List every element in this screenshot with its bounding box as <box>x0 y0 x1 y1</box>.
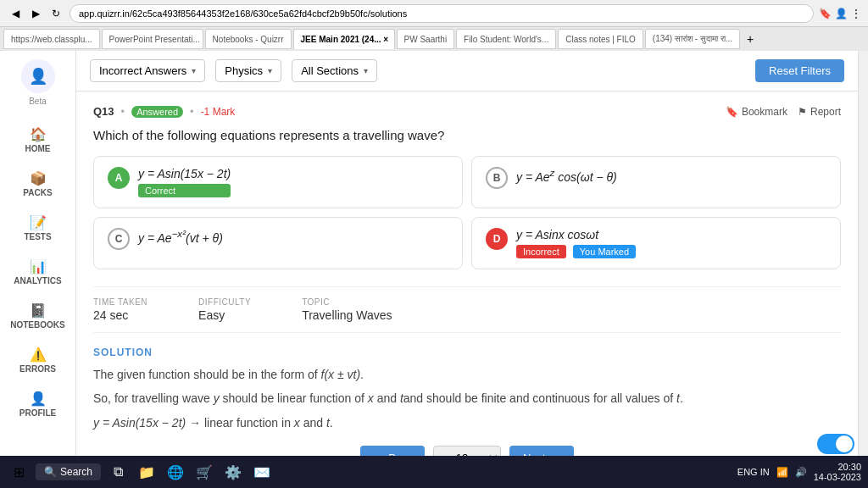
question-number: Q13 <box>93 105 114 118</box>
store-icon[interactable]: 🛒 <box>192 460 216 484</box>
sidebar-label-errors: ERRORS <box>19 364 56 374</box>
tab-6[interactable]: Class notes | FILO <box>558 29 643 49</box>
scrollbar[interactable] <box>858 51 868 488</box>
tab-0[interactable]: https://web.classplu... <box>3 29 100 49</box>
option-b-letter: B <box>486 167 508 189</box>
tab-2[interactable]: Notebooks - Quizrr <box>205 29 292 49</box>
option-c-letter: C <box>108 228 130 250</box>
taskbar-right: ENG IN 📶 🔊 20:30 14-03-2023 <box>737 462 861 482</box>
filter-bar: Incorrect Answers ▾ Physics ▾ All Sectio… <box>76 51 858 92</box>
time-value: 24 sec <box>93 308 147 322</box>
dot-separator-2: • <box>190 105 194 118</box>
errors-icon: ⚠️ <box>30 347 47 363</box>
search-icon: 🔍 <box>44 466 57 478</box>
beta-label: Beta <box>29 97 47 106</box>
volume-icon: 🔊 <box>795 467 807 478</box>
filter-incorrect-answers[interactable]: Incorrect Answers ▾ <box>90 59 205 82</box>
tests-icon: 📝 <box>30 214 47 230</box>
option-a-formula: y = Asin(15x − 2t) <box>138 167 231 180</box>
report-icon: ⚑ <box>798 106 807 118</box>
analytics-icon: 📊 <box>30 258 47 274</box>
mail-icon[interactable]: ✉️ <box>250 460 274 484</box>
sidebar-item-home[interactable]: 🏠 HOME <box>4 119 72 160</box>
solution-line2: So, for travelling wave y should be line… <box>93 389 841 408</box>
options-grid: A y = Asin(15x − 2t) Correct B y = Aez c… <box>93 156 841 269</box>
notebooks-icon: 📓 <box>30 302 47 319</box>
option-a[interactable]: A y = Asin(15x − 2t) Correct <box>93 156 463 208</box>
sidebar-item-tests[interactable]: 📝 TESTS <box>4 208 72 248</box>
option-a-content: y = Asin(15x − 2t) Correct <box>138 167 231 197</box>
new-tab-button[interactable]: + <box>742 30 759 47</box>
bookmark-button[interactable]: 🔖 Bookmark <box>726 106 787 118</box>
time-display: 20:30 <box>814 462 861 472</box>
lang-label: ENG IN <box>737 467 770 477</box>
sidebar-item-analytics[interactable]: 📊 ANALYTICS <box>4 252 72 292</box>
filter-physics[interactable]: Physics ▾ <box>215 59 281 82</box>
reset-filters-button[interactable]: Reset Filters <box>755 59 844 82</box>
chevron-down-icon-1: ▾ <box>192 66 196 75</box>
tab-1[interactable]: PowerPoint Presentati... <box>102 29 203 49</box>
mark-badge: -1 Mark <box>201 106 236 118</box>
option-a-letter: A <box>108 167 130 189</box>
sidebar-label-packs: PACKS <box>23 188 52 197</box>
topic-label: TOPIC <box>302 297 392 307</box>
bookmark-icon: 🔖 <box>726 106 738 118</box>
question-actions: 🔖 Bookmark ⚑ Report <box>726 106 841 118</box>
sidebar-item-errors[interactable]: ⚠️ ERRORS <box>4 340 72 380</box>
report-button[interactable]: ⚑ Report <box>798 106 841 118</box>
tab-3[interactable]: JEE Main 2021 (24... × <box>293 29 395 49</box>
home-icon: 🏠 <box>30 126 47 142</box>
tab-7[interactable]: (134) सारांश - सुदामा रा... <box>645 29 740 49</box>
option-c-formula: y = Ae−x²(vt + θ) <box>138 228 223 245</box>
sidebar: 👤 Beta 🏠 HOME 📦 PACKS 📝 TESTS 📊 ANALYTIC… <box>0 51 76 488</box>
sidebar-item-profile[interactable]: 👤 PROFILE <box>4 384 72 424</box>
stat-difficulty: DIFFICULTY Easy <box>198 297 251 322</box>
tab-4[interactable]: PW Saarthi <box>397 29 455 49</box>
tab-5[interactable]: Filo Student: World's... <box>456 29 556 49</box>
taskview-icon[interactable]: ⧉ <box>106 460 130 484</box>
url-text: app.quizrr.in/62c5ca493f85644353f2e168/6… <box>79 8 407 19</box>
difficulty-label: DIFFICULTY <box>198 297 251 307</box>
sidebar-item-packs[interactable]: 📦 PACKS <box>4 164 72 204</box>
extensions-icon: 🔖 <box>819 8 832 19</box>
option-b[interactable]: B y = Aez cos(ωt − θ) <box>471 156 841 208</box>
option-d-content: y = Asinx cosωt Incorrect You Marked <box>516 228 636 258</box>
option-c-content: y = Ae−x²(vt + θ) <box>138 228 223 245</box>
sidebar-item-notebooks[interactable]: 📓 NOTEBOOKS <box>4 296 72 336</box>
stat-time: TIME TAKEN 24 sec <box>93 297 147 322</box>
option-c[interactable]: C y = Ae−x²(vt + θ) <box>93 217 463 269</box>
back-button[interactable]: ◀ <box>7 5 24 22</box>
address-bar[interactable]: app.quizrr.in/62c5ca493f85644353f2e168/6… <box>70 4 814 23</box>
search-label: Search <box>60 466 92 478</box>
option-d-formula: y = Asinx cosωt <box>516 228 636 241</box>
option-d-incorrect-badge: Incorrect <box>516 245 566 258</box>
solution-line1: The given function should be in the form… <box>93 365 841 384</box>
forward-button[interactable]: ▶ <box>27 5 44 22</box>
clock: 20:30 14-03-2023 <box>814 462 861 482</box>
menu-icon: ⋮ <box>851 8 861 19</box>
option-b-content: y = Aez cos(ωt − θ) <box>516 167 617 184</box>
toggle-switch[interactable] <box>817 434 854 454</box>
question-meta: Q13 • Answered • -1 Mark <box>93 105 235 118</box>
sidebar-label-notebooks: NOTEBOOKS <box>10 320 64 330</box>
filter-label-3: All Sections <box>301 64 359 77</box>
settings-icon[interactable]: ⚙️ <box>221 460 245 484</box>
search-bar[interactable]: 🔍 Search <box>36 463 101 480</box>
packs-icon: 📦 <box>30 170 47 186</box>
filter-label-2: Physics <box>225 64 263 77</box>
question-header: Q13 • Answered • -1 Mark 🔖 Bookmark ⚑ Re… <box>93 105 841 118</box>
explorer-icon[interactable]: 📁 <box>135 460 159 484</box>
chevron-down-icon-2: ▾ <box>268 66 272 75</box>
windows-icon[interactable]: ⊞ <box>7 460 31 484</box>
refresh-button[interactable]: ↻ <box>47 5 64 22</box>
bookmark-label: Bookmark <box>742 106 787 118</box>
filter-all-sections[interactable]: All Sections ▾ <box>292 59 377 82</box>
topic-value: Travelling Waves <box>302 308 392 322</box>
filter-label-1: Incorrect Answers <box>99 64 186 77</box>
taskbar: ⊞ 🔍 Search ⧉ 📁 🌐 🛒 ⚙️ ✉️ ENG IN 📶 🔊 20:3… <box>0 456 868 488</box>
sidebar-label-tests: TESTS <box>24 232 51 241</box>
chevron-down-icon-3: ▾ <box>364 66 368 75</box>
option-d[interactable]: D y = Asinx cosωt Incorrect You Marked <box>471 217 841 269</box>
chrome-icon[interactable]: 🌐 <box>164 460 187 484</box>
option-b-formula: y = Aez cos(ωt − θ) <box>516 167 617 184</box>
